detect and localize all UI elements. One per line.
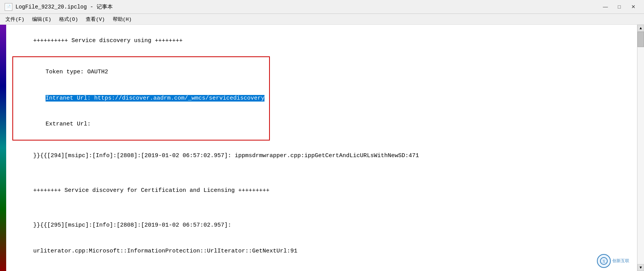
urliterator-line: urliterator.cpp:Microsoft::InformationPr…: [12, 239, 631, 265]
content-wrapper: ++++++++++ Service discovery using +++++…: [0, 25, 644, 271]
scrollbar-down-button[interactable]: ▼: [637, 264, 644, 271]
watermark-svg-icon: 互: [600, 257, 608, 265]
notepad-icon: 📄: [5, 3, 12, 11]
title-bar-left: 📄 LogFile_9232_20.ipclog - 记事本: [5, 3, 113, 11]
svg-text:互: 互: [602, 259, 606, 263]
watermark-text: 创新互联: [612, 258, 629, 263]
menu-format[interactable]: 格式(O): [56, 15, 81, 24]
scrollbar-track[interactable]: [637, 32, 644, 264]
close-button[interactable]: ✕: [627, 2, 639, 12]
scrollbar-up-button[interactable]: ▲: [637, 25, 644, 32]
title-bar-controls: — □ ✕: [599, 2, 639, 12]
maximize-button[interactable]: □: [613, 2, 625, 12]
watermark-logo: 互: [597, 254, 611, 268]
window-title: LogFile_9232_20.ipclog - 记事本: [15, 3, 113, 10]
log-line-294: }}{{[294][msipc]:[Info]:[2808]:[2019-01-…: [12, 143, 631, 169]
intranet-url-line: Intranet Url: https://discover.aadrm.com…: [18, 85, 264, 112]
menu-edit[interactable]: 编辑(E): [29, 15, 54, 24]
token-info-box: Token type: OAUTH2 Intranet Url: https:/…: [12, 56, 270, 141]
token-type-line: Token type: OAUTH2: [18, 59, 264, 86]
menu-help[interactable]: 帮助(H): [110, 15, 135, 24]
log-line-295: }}{{[295][msipc]:[Info]:[2808]:[2019-01-…: [12, 212, 631, 239]
extranet-url-line: Extranet Url:: [18, 112, 264, 138]
line-service-cert: ++++++++ Service discovery for Certifica…: [12, 178, 631, 204]
scrollbar-thumb[interactable]: [637, 32, 644, 47]
intranet-url-selected: Intranet Url: https://discover.aadrm.com…: [46, 95, 264, 102]
left-edge-decoration: [0, 25, 6, 271]
watermark: 互 创新互联: [597, 254, 629, 268]
minimize-button[interactable]: —: [599, 2, 612, 12]
menu-view[interactable]: 查看(V): [83, 15, 108, 24]
menu-bar: 文件(F) 编辑(E) 格式(O) 查看(V) 帮助(H): [0, 14, 644, 25]
line-service-discovery: ++++++++++ Service discovery using +++++…: [12, 28, 631, 54]
text-area[interactable]: ++++++++++ Service discovery using +++++…: [6, 25, 637, 271]
scrollbar[interactable]: ▲ ▼: [637, 25, 644, 271]
menu-file[interactable]: 文件(F): [2, 15, 27, 24]
title-bar: 📄 LogFile_9232_20.ipclog - 记事本 — □ ✕: [0, 0, 644, 14]
